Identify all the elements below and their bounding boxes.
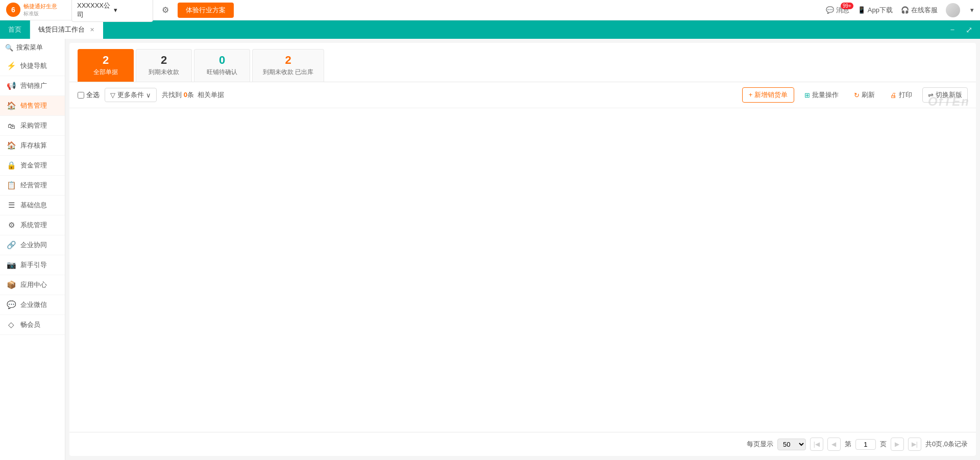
sidebar-item-wechat[interactable]: 💬 企业微信 bbox=[0, 295, 65, 315]
sidebar-search[interactable]: 🔍 搜索菜单 bbox=[0, 39, 65, 56]
status-tab-wangpu-count: 0 bbox=[219, 55, 225, 66]
select-all-text: 全选 bbox=[86, 90, 100, 100]
sidebar-item-label: 新手引导 bbox=[20, 260, 47, 270]
status-tab-shipped[interactable]: 2 到期未收款 已出库 bbox=[252, 49, 324, 82]
nav-tabs-actions: － ⤢ bbox=[945, 20, 980, 39]
message-icon: 💬 bbox=[826, 6, 834, 14]
status-tab-overdue-count: 2 bbox=[161, 55, 167, 66]
sidebar-item-label: 资金管理 bbox=[20, 161, 47, 170]
first-page-button[interactable]: |◀ bbox=[810, 438, 823, 451]
print-label: 打印 bbox=[899, 90, 912, 100]
sidebar-item-basic-info[interactable]: ☰ 基础信息 bbox=[0, 196, 65, 215]
tab-maximize-button[interactable]: ⤢ bbox=[962, 22, 976, 37]
header-right: 💬 消息 99+ 📱 App下载 🎧 在线客服 ▾ bbox=[826, 3, 974, 17]
per-page-label: 每页显示 bbox=[747, 440, 773, 449]
related-label: 相关单据 bbox=[198, 91, 224, 99]
sidebar-item-label: 销售管理 bbox=[20, 101, 47, 110]
app-center-icon: 📦 bbox=[6, 280, 16, 289]
tab-home[interactable]: 首页 bbox=[0, 20, 30, 39]
next-page-button[interactable]: ▶ bbox=[891, 438, 904, 451]
filter-button[interactable]: ▽ 更多条件 ∨ bbox=[105, 88, 157, 102]
per-page-select[interactable]: 50 10 20 100 bbox=[777, 439, 806, 450]
sidebar-item-finance[interactable]: 🔒 资金管理 bbox=[0, 156, 65, 176]
sidebar-item-label: 营销推广 bbox=[20, 81, 47, 90]
logo-area: 6 畅捷通好生意 标准版 bbox=[6, 3, 71, 17]
tab-workbench[interactable]: 钱货日清工作台 ✕ bbox=[30, 20, 103, 39]
sidebar-item-label: 系统管理 bbox=[20, 221, 47, 230]
filter-icon: ▽ bbox=[110, 91, 115, 99]
quick-nav-icon: ⚡ bbox=[6, 61, 16, 70]
company-selector[interactable]: XXXXXX公司 ▾ bbox=[71, 0, 153, 22]
settings-button[interactable]: ⚙ bbox=[157, 2, 174, 18]
search-icon: 🔍 bbox=[5, 44, 13, 52]
avatar[interactable] bbox=[946, 3, 960, 17]
print-button[interactable]: 🖨 打印 bbox=[885, 88, 917, 102]
status-tab-wangpu-label: 旺铺待确认 bbox=[207, 68, 237, 77]
sidebar-item-guide[interactable]: 📷 新手引导 bbox=[0, 255, 65, 275]
refresh-label: 刷新 bbox=[862, 90, 875, 100]
finance-icon: 🔒 bbox=[6, 161, 16, 170]
switch-label: 切换新版 bbox=[936, 90, 962, 100]
toolbar-left: 全选 ▽ 更多条件 ∨ 共找到 0条 相关单据 bbox=[78, 88, 736, 102]
sidebar-item-app-center[interactable]: 📦 应用中心 bbox=[0, 275, 65, 295]
total-info: 共0页,0条记录 bbox=[925, 440, 968, 449]
dropdown-icon: ▾ bbox=[114, 6, 148, 14]
member-icon: ◇ bbox=[6, 320, 16, 329]
status-tab-shipped-label: 到期未收款 已出库 bbox=[263, 68, 313, 77]
user-name[interactable]: ▾ bbox=[968, 6, 974, 14]
top-header: 6 畅捷通好生意 标准版 XXXXXX公司 ▾ ⚙ 体验行业方案 💬 消息 99… bbox=[0, 0, 980, 20]
filter-dropdown-icon: ∨ bbox=[146, 91, 151, 99]
trial-button[interactable]: 体验行业方案 bbox=[178, 3, 234, 18]
sidebar-item-marketing[interactable]: 📢 营销推广 bbox=[0, 76, 65, 96]
headset-icon: 🎧 bbox=[901, 6, 909, 14]
operations-icon: 📋 bbox=[6, 181, 16, 190]
select-all-label[interactable]: 全选 bbox=[78, 90, 100, 100]
batch-label: 批量操作 bbox=[812, 90, 839, 100]
print-icon: 🖨 bbox=[890, 91, 897, 99]
company-name: XXXXXX公司 bbox=[77, 1, 111, 19]
sidebar-item-label: 库存核算 bbox=[20, 141, 47, 150]
status-tab-wangpu[interactable]: 0 旺铺待确认 bbox=[194, 49, 250, 82]
batch-button[interactable]: ⊞ 批量操作 bbox=[799, 88, 844, 102]
sidebar-item-label: 企业微信 bbox=[20, 300, 47, 309]
content-inner: 2 全部单据 2 到期未收款 0 旺铺待确认 2 到期未收款 已出库 bbox=[69, 43, 976, 456]
toolbar: 全选 ▽ 更多条件 ∨ 共找到 0条 相关单据 + 新增销货单 ⊞ bbox=[69, 82, 976, 108]
page-input[interactable]: 1 bbox=[855, 439, 876, 450]
sidebar-item-purchase[interactable]: 🛍 采购管理 bbox=[0, 116, 65, 136]
status-tab-all[interactable]: 2 全部单据 bbox=[78, 49, 134, 82]
content-area: 2 全部单据 2 到期未收款 0 旺铺待确认 2 到期未收款 已出库 bbox=[65, 39, 980, 460]
switch-version-button[interactable]: ⇌ 切换新版 bbox=[922, 87, 968, 103]
tab-minimize-button[interactable]: － bbox=[945, 22, 960, 37]
online-service-button[interactable]: 🎧 在线客服 bbox=[901, 6, 938, 15]
sidebar-item-label: 应用中心 bbox=[20, 280, 47, 289]
tab-workbench-close[interactable]: ✕ bbox=[90, 27, 94, 33]
sidebar-item-inventory[interactable]: 🏠 库存核算 bbox=[0, 136, 65, 156]
tab-workbench-label: 钱货日清工作台 bbox=[38, 25, 85, 34]
main-layout: 🔍 搜索菜单 ⚡ 快捷导航 📢 营销推广 🏠 销售管理 🛍 采购管理 🏠 库存核… bbox=[0, 39, 980, 460]
system-icon: ⚙ bbox=[6, 221, 16, 230]
sidebar-item-quick-nav[interactable]: ⚡ 快捷导航 bbox=[0, 56, 65, 76]
enterprise-icon: 🔗 bbox=[6, 240, 16, 250]
sidebar-item-label: 基础信息 bbox=[20, 201, 47, 210]
app-name: 畅捷通好生意 bbox=[23, 3, 57, 10]
sidebar-item-system[interactable]: ⚙ 系统管理 bbox=[0, 215, 65, 235]
wechat-icon: 💬 bbox=[6, 300, 16, 309]
prev-page-button[interactable]: ◀ bbox=[827, 438, 841, 451]
batch-icon: ⊞ bbox=[804, 91, 810, 99]
sidebar-item-member[interactable]: ◇ 畅会员 bbox=[0, 315, 65, 335]
message-button[interactable]: 💬 消息 99+ bbox=[826, 6, 849, 15]
status-tab-overdue[interactable]: 2 到期未收款 bbox=[136, 49, 192, 82]
status-tab-all-count: 2 bbox=[103, 55, 109, 66]
sidebar-item-label: 企业协同 bbox=[20, 240, 47, 250]
refresh-button[interactable]: ↻ 刷新 bbox=[849, 88, 880, 102]
status-tabs: 2 全部单据 2 到期未收款 0 旺铺待确认 2 到期未收款 已出库 bbox=[69, 43, 976, 82]
sidebar-item-operations[interactable]: 📋 经营管理 bbox=[0, 176, 65, 196]
status-tab-all-label: 全部单据 bbox=[93, 68, 118, 77]
sidebar-item-sales[interactable]: 🏠 销售管理 bbox=[0, 96, 65, 116]
add-sale-button[interactable]: + 新增销货单 bbox=[742, 87, 794, 103]
marketing-icon: 📢 bbox=[6, 81, 16, 90]
sidebar-item-enterprise[interactable]: 🔗 企业协同 bbox=[0, 235, 65, 255]
last-page-button[interactable]: ▶| bbox=[908, 438, 921, 451]
select-all-checkbox[interactable] bbox=[78, 92, 84, 99]
app-download-button[interactable]: 📱 App下载 bbox=[857, 6, 893, 15]
